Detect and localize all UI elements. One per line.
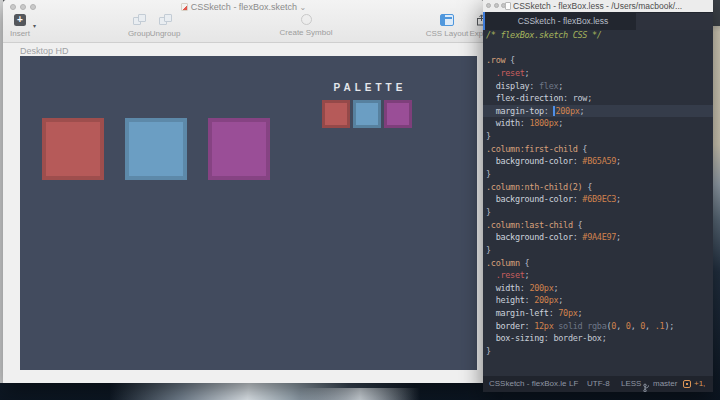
ungroup-button[interactable]: Ungroup	[148, 14, 182, 38]
code-line-11[interactable]: background-color: #B65A59;	[486, 155, 713, 168]
code-line-15[interactable]: }	[486, 206, 713, 219]
export-label: Export	[469, 29, 484, 38]
git-changes-icon	[683, 380, 691, 388]
status-git-changes[interactable]: +1,	[694, 376, 705, 392]
editor-titlebar: CSSketch - flexBox.less - /Users/macbook…	[483, 0, 713, 12]
status-syntax[interactable]: LESS	[621, 376, 641, 392]
code-line-12[interactable]: }	[486, 168, 713, 181]
editor-close-button[interactable]	[486, 3, 491, 8]
status-filename: CSSketch - flexBox.le	[489, 376, 566, 392]
editor-statusbar: CSSketch - flexBox.le LF UTF-8 LESS mast…	[483, 376, 713, 392]
status-encoding[interactable]: UTF-8	[587, 376, 610, 392]
window-title-text: CSSketch - flexBox.sketch	[191, 2, 297, 12]
code-line-17[interactable]: background-color: #9A4E97;	[486, 231, 713, 244]
editor-tabbar: CSSketch - flexBox.less	[483, 12, 713, 30]
palette-swatch-blue[interactable]	[353, 100, 381, 128]
canvas-columns	[42, 118, 270, 180]
palette-swatches	[322, 100, 412, 128]
editor-title-text: CSSketch - flexBox.less - /Users/macbook…	[513, 1, 682, 11]
palette-swatch-purple[interactable]	[384, 100, 412, 128]
wallpaper-top-right	[712, 0, 720, 26]
canvas-square-column-second[interactable]	[125, 118, 187, 180]
code-line-20[interactable]: .reset;	[486, 269, 713, 282]
css-layout-label: CSS Layout	[426, 29, 469, 38]
code-line-21[interactable]: width: 200px;	[486, 282, 713, 295]
insert-plus-icon: +	[14, 14, 26, 26]
canvas-square-column-last[interactable]	[208, 118, 270, 180]
code-line-8[interactable]: width: 1800px;	[486, 117, 713, 130]
export-button[interactable]: Export	[465, 14, 484, 38]
create-symbol-label: Create Symbol	[280, 28, 333, 37]
artboard-label[interactable]: Desktop HD	[20, 46, 69, 56]
editor-window-title: CSSketch - flexBox.less - /Users/macbook…	[505, 1, 711, 11]
canvas-square-column-first[interactable]	[42, 118, 104, 180]
code-line-2[interactable]	[486, 42, 713, 55]
active-tab-indicator	[483, 12, 485, 30]
create-symbol-icon	[301, 14, 312, 25]
code-line-5[interactable]: display: flex;	[486, 80, 713, 93]
code-line-23[interactable]: margin-left: 70px;	[486, 307, 713, 320]
artboard-canvas[interactable]: PALETTE	[20, 56, 477, 370]
code-area[interactable]: /* flexBox.sketch CSS */.row { .reset; d…	[483, 29, 713, 375]
code-line-19[interactable]: .column {	[486, 257, 713, 270]
code-line-1[interactable]: /* flexBox.sketch CSS */	[486, 29, 713, 42]
palette-title[interactable]: PALETTE	[322, 82, 418, 93]
palette-swatch-red[interactable]	[322, 100, 350, 128]
code-line-6[interactable]: flex-direction: row;	[486, 92, 713, 105]
code-line-3[interactable]: .row {	[486, 54, 713, 67]
status-git-branch[interactable]: master	[653, 376, 677, 392]
insert-label: Insert	[10, 29, 30, 38]
ungroup-label: Ungroup	[150, 29, 181, 38]
editor-traffic-lights	[486, 3, 506, 8]
insert-dropdown-icon[interactable]: ▾	[33, 22, 36, 29]
wallpaper-snow	[300, 388, 420, 400]
git-branch-icon	[643, 380, 650, 392]
insert-button[interactable]: + Insert	[7, 14, 33, 38]
code-line-24[interactable]: border: 12px solid rgba(0, 0, 0, .1);	[486, 320, 713, 333]
window-title: CSSketch - flexBox.sketch ⌄	[3, 2, 484, 12]
sketch-window: CSSketch - flexBox.sketch ⌄ + Insert ▾ G…	[3, 0, 484, 383]
status-line-ending[interactable]: LF	[569, 376, 578, 392]
code-line-22[interactable]: height: 200px;	[486, 294, 713, 307]
sketch-document-icon	[181, 3, 188, 11]
css-layout-icon	[440, 14, 454, 26]
ungroup-icon	[159, 14, 172, 26]
code-line-13[interactable]: .column:nth-child(2) {	[486, 181, 713, 194]
editor-document-icon	[505, 2, 511, 10]
code-line-9[interactable]: }	[486, 130, 713, 143]
group-icon	[133, 14, 146, 26]
code-line-7[interactable]: margin-top: 200px;	[483, 105, 713, 118]
code-line-25[interactable]: box-sizing: border-box;	[486, 332, 713, 345]
css-layout-button[interactable]: CSS Layout	[424, 14, 470, 38]
code-line-18[interactable]: }	[486, 244, 713, 257]
code-line-10[interactable]: .column:first-child {	[486, 143, 713, 156]
editor-window: CSSketch - flexBox.less - /Users/macbook…	[483, 0, 713, 392]
editor-minimize-button[interactable]	[494, 3, 499, 8]
code-line-4[interactable]: .reset;	[486, 67, 713, 80]
create-symbol-button[interactable]: Create Symbol	[283, 14, 329, 37]
code-line-14[interactable]: background-color: #6B9EC3;	[486, 193, 713, 206]
code-line-26[interactable]: }	[486, 345, 713, 358]
group-label: Group	[128, 29, 150, 38]
sketch-canvas-area[interactable]: Desktop HD PALETTE	[3, 44, 484, 383]
sketch-titlebar: CSSketch - flexBox.sketch ⌄ + Insert ▾ G…	[3, 0, 484, 43]
code-line-16[interactable]: .column:last-child {	[486, 219, 713, 232]
tab-flexbox-less[interactable]: CSSketch - flexBox.less	[493, 12, 633, 30]
title-chevron-icon[interactable]: ⌄	[299, 3, 306, 12]
tabbar-empty-area	[636, 13, 713, 30]
